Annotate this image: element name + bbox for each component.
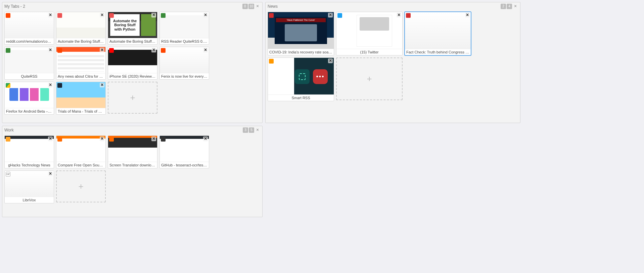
close-icon[interactable]: ×	[151, 13, 156, 17]
group-controls: 0 10 ×	[242, 4, 260, 9]
tile-thumbnail	[160, 12, 209, 38]
tile-label: Automate the Boring Stuff with P	[56, 38, 105, 44]
close-icon[interactable]: ×	[100, 13, 104, 17]
group-body: × reddit.com/r/emulation/commen × Automa…	[2, 10, 262, 117]
close-icon[interactable]: ×	[203, 48, 208, 52]
thumbnail-decor	[357, 15, 392, 47]
tab-tile[interactable]: × 'Have Flattened The Curve' COVID-19: I…	[268, 12, 334, 55]
tab-tile[interactable]: × Any news about Citra for android	[56, 47, 106, 80]
close-icon[interactable]: ×	[48, 13, 53, 17]
close-icon[interactable]: ×	[48, 48, 53, 52]
group-mytabs: My Tabs - 2 0 10 × × reddit.com/r/emulat…	[2, 2, 263, 123]
tab-tile[interactable]: × Automate the Boring Stuff with P	[56, 12, 106, 45]
tab-tile[interactable]: × Automate the Boring Stuff with Python …	[108, 12, 157, 45]
close-icon[interactable]: ×	[100, 83, 104, 87]
thumbnail-text: Automate the Boring Stuff with Python	[110, 14, 140, 36]
close-icon[interactable]: ×	[48, 171, 53, 176]
group-title[interactable]: My Tabs - 2	[4, 4, 25, 9]
group-controls: 3 5 ×	[243, 127, 260, 133]
tile-thumbnail	[56, 12, 105, 38]
close-icon[interactable]: ×	[255, 127, 260, 133]
tile-thumbnail	[5, 136, 54, 162]
tab-tile[interactable]: × gHacks Technology News	[4, 135, 54, 168]
favicon-icon	[109, 137, 114, 142]
tile-thumbnail	[5, 12, 54, 38]
tab-tile[interactable]: × reddit.com/r/emulation/commen	[4, 12, 54, 45]
group-body: × gHacks Technology News × Compare Free …	[2, 134, 262, 206]
group-badge[interactable]: 0	[242, 4, 248, 9]
tab-groups-layout: My Tabs - 2 0 10 × × reddit.com/r/emulat…	[2, 2, 642, 217]
add-tab-button[interactable]: +	[336, 57, 403, 100]
group-badge[interactable]: 5	[249, 127, 254, 133]
tab-tile[interactable]: × Smart RSS	[268, 57, 334, 101]
tile-thumbnail	[108, 136, 157, 162]
group-badge[interactable]: 10	[248, 4, 254, 9]
group-badge[interactable]: 4	[507, 4, 512, 9]
group-title[interactable]: News	[268, 4, 278, 9]
tile-label: Trials of Mana - Trials of Mana F	[56, 108, 105, 114]
tile-label: LibriVox	[5, 197, 54, 203]
tab-tile[interactable]: × Fenix is now live for everyone in	[159, 47, 209, 80]
close-icon[interactable]: ×	[203, 13, 208, 17]
tile-label: Compare Free Open Source So	[56, 162, 105, 168]
tab-tile[interactable]: × Fact Check: Truth behind Congress clai…	[405, 12, 471, 55]
tab-tile[interactable]: LV × LibriVox	[4, 170, 54, 203]
tile-label: Fenix is now live for everyone in	[160, 73, 209, 79]
add-tab-button[interactable]: +	[56, 170, 106, 202]
close-icon[interactable]: ×	[151, 48, 156, 52]
favicon-icon	[6, 137, 10, 142]
close-icon[interactable]: ×	[100, 136, 104, 141]
close-icon[interactable]: ×	[397, 13, 401, 17]
group-badge[interactable]: 3	[243, 127, 248, 133]
close-icon[interactable]: ×	[328, 13, 333, 17]
tab-tile[interactable]: × Firefox for Android Beta – Apps	[4, 82, 54, 115]
thumbnail-decor: 'Have Flattened The Curve'	[275, 17, 327, 44]
close-icon[interactable]: ×	[48, 83, 53, 87]
tile-thumbnail	[336, 12, 402, 49]
tile-label: COVID-19: India's recovery rate soars to…	[268, 49, 334, 55]
add-tab-button[interactable]: +	[108, 82, 157, 114]
tile-thumbnail	[5, 82, 54, 108]
close-icon[interactable]: ×	[255, 4, 260, 9]
group-header: My Tabs - 2 0 10 ×	[2, 2, 262, 10]
close-icon[interactable]: ×	[48, 136, 53, 141]
close-icon[interactable]: ×	[203, 136, 208, 141]
tile-thumbnail	[268, 58, 334, 95]
close-icon[interactable]: ×	[328, 58, 333, 63]
favicon-icon	[269, 13, 274, 18]
favicon-icon	[406, 13, 411, 18]
close-icon[interactable]: ×	[151, 136, 156, 141]
plus-icon: +	[130, 92, 135, 103]
favicon-icon	[57, 13, 62, 18]
group-title[interactable]: Work	[4, 128, 14, 132]
tab-tile[interactable]: × GitHub - tesseract-ocr/tesserac	[159, 135, 209, 168]
tile-thumbnail	[108, 47, 157, 73]
tab-tile[interactable]: × QuiteRSS	[4, 47, 54, 80]
tab-tile[interactable]: × Compare Free Open Source So	[56, 135, 106, 168]
tab-tile[interactable]: × (15) Twitter	[336, 12, 403, 55]
tile-label: Firefox for Android Beta – Apps	[5, 108, 54, 114]
tile-label: Smart RSS	[268, 95, 334, 101]
tile-label: QuiteRSS	[5, 73, 54, 79]
close-icon[interactable]: ×	[465, 13, 470, 17]
tile-label: gHacks Technology News	[5, 162, 54, 168]
favicon-icon	[6, 83, 10, 88]
tile-thumbnail	[56, 136, 105, 162]
group-work: Work 3 5 × × gHacks Technology News × Co…	[2, 126, 263, 217]
tile-label: Automate the Boring Stuff with P	[108, 38, 157, 44]
tab-tile[interactable]: × Trials of Mana - Trials of Mana F	[56, 82, 106, 115]
tile-label: Any news about Citra for android	[56, 73, 105, 79]
tile-thumbnail	[56, 82, 105, 108]
tab-tile[interactable]: × iPhone SE (2020) Review: It All	[108, 47, 157, 80]
close-icon[interactable]: ×	[100, 48, 104, 52]
group-badge[interactable]: 2	[501, 4, 506, 9]
favicon-icon	[337, 13, 342, 18]
tile-label: (15) Twitter	[336, 49, 402, 55]
tile-label: iPhone SE (2020) Review: It All	[108, 73, 157, 79]
tab-tile[interactable]: × RSS Reader QuiteRSS 0.19.4 o	[159, 12, 209, 45]
close-icon[interactable]: ×	[513, 4, 518, 9]
group-body: × 'Have Flattened The Curve' COVID-19: I…	[266, 10, 520, 104]
tile-thumbnail	[160, 47, 209, 73]
tab-tile[interactable]: × Screen Translator download | S	[108, 135, 157, 168]
group-header: Work 3 5 ×	[2, 126, 262, 134]
